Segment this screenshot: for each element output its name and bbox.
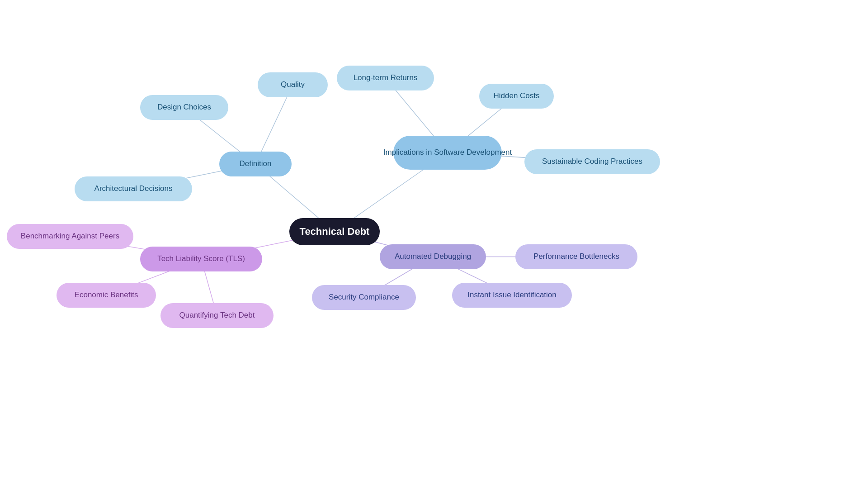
node-implications: Implications in Software Development: [393, 136, 502, 170]
node-sustainable-coding: Sustainable Coding Practices: [524, 149, 660, 174]
node-performance-bottlenecks: Performance Bottlenecks: [515, 244, 637, 269]
node-economic-benefits: Economic Benefits: [57, 283, 156, 308]
node-hidden-costs: Hidden Costs: [479, 84, 554, 109]
node-instant-issue: Instant Issue Identification: [452, 283, 572, 308]
node-automated-debugging: Automated Debugging: [380, 244, 486, 269]
node-design-choices: Design Choices: [140, 95, 228, 120]
node-benchmarking: Benchmarking Against Peers: [7, 224, 133, 249]
node-quantifying-tech-debt: Quantifying Tech Debt: [160, 303, 274, 328]
node-tls: Tech Liability Score (TLS): [140, 247, 262, 271]
node-architectural-decisions: Architectural Decisions: [75, 176, 192, 201]
node-quality: Quality: [258, 72, 328, 97]
center-node: Technical Debt: [289, 218, 380, 245]
node-definition: Definition: [219, 152, 292, 176]
node-long-term-returns: Long-term Returns: [337, 66, 434, 90]
node-security-compliance: Security Compliance: [312, 285, 416, 310]
